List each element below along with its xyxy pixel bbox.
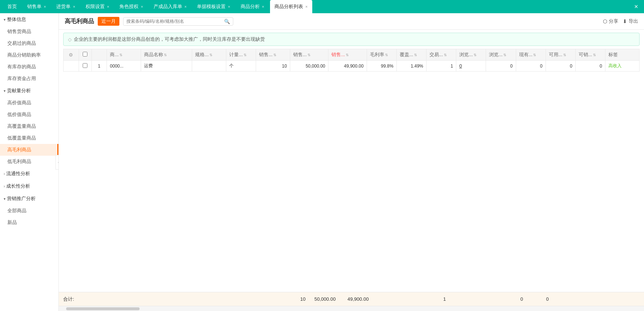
export-button[interactable]: ⬇ 导出 (623, 18, 638, 25)
sidebar-group-contribution[interactable]: ▾ 贡献量分析 (0, 84, 58, 97)
scrollbar-thumb[interactable] (66, 307, 140, 310)
sort-icon-gross-rate[interactable]: ⇅ (385, 53, 388, 57)
sidebar-group-growth[interactable]: › 成长性分析 (0, 180, 58, 192)
th-cover[interactable]: 覆盖... ⇅ (396, 49, 426, 61)
th-name[interactable]: 商品名称 ⇅ (141, 49, 192, 61)
nav-close-sales[interactable]: × (44, 4, 46, 9)
group-arrow-marketing: ▾ (4, 197, 6, 201)
row-checkbox[interactable] (79, 61, 91, 72)
row-browse1[interactable]: 0 (456, 61, 486, 72)
row-trade: 1 (427, 61, 456, 72)
nav-close-template[interactable]: × (228, 4, 230, 9)
sort-icon-name[interactable]: ⇅ (164, 53, 167, 57)
footer-sales-cost: 49,900.00 (339, 296, 372, 302)
sort-icon-browse2[interactable]: ⇅ (503, 53, 506, 57)
sort-icon-spec[interactable]: ⇅ (209, 53, 212, 57)
th-trade[interactable]: 交易... ⇅ (427, 49, 456, 61)
th-sales-cost[interactable]: 销售... ⇅ (328, 49, 367, 61)
sidebar-item-low-margin[interactable]: 低毛利商品 (0, 156, 58, 167)
sidebar-item-in-stock[interactable]: 有库存的商品 (0, 61, 58, 73)
sidebar-group-marketing[interactable]: ▾ 营销推广分析 (0, 192, 58, 205)
nav-item-purchase[interactable]: 进货单 × (52, 0, 79, 13)
nav-item-analysis-list[interactable]: 商品分析列表 × (270, 0, 312, 13)
nav-item-home[interactable]: 首页 (3, 0, 21, 13)
search-icon[interactable]: 🔍 (224, 19, 230, 24)
row-name[interactable]: 运费 (141, 61, 192, 72)
th-sell[interactable]: 可销... ⇅ (575, 49, 605, 61)
group-arrow-overview: ▾ (4, 18, 6, 22)
th-settings[interactable]: ⚙ (64, 49, 79, 61)
sidebar-group-circulation[interactable]: › 流通性分析 (0, 167, 58, 180)
nav-item-template[interactable]: 单据模板设置 × (193, 0, 234, 13)
th-spec[interactable]: 规格... ⇅ (192, 49, 226, 61)
search-box[interactable]: 🔍 (123, 17, 233, 26)
th-browse1[interactable]: 浏览... ⇅ (456, 49, 486, 61)
nav-item-role[interactable]: 角色授权 × (115, 0, 147, 13)
info-banner: ◇ 企业的主要的利润都是这部分商品创造的，可考虑加大推广，同时关注库存是不要出现… (63, 33, 640, 46)
sort-icon-browse1[interactable]: ⇅ (474, 53, 476, 57)
sort-icon-avail[interactable]: ⇅ (563, 53, 566, 57)
sidebar-group-label-overview: 整体信息 (7, 16, 26, 23)
horizontal-scrollbar[interactable] (59, 306, 644, 311)
share-icon: ⬡ (603, 18, 607, 24)
share-button[interactable]: ⬡ 分享 (603, 18, 618, 25)
nav-item-permission[interactable]: 权限设置 × (81, 0, 114, 13)
th-sales-qty[interactable]: 销售... ⇅ (256, 49, 290, 61)
nav-label-inbound: 产成品入库单 (154, 3, 182, 10)
sidebar-item-all-goods[interactable]: 全部商品 (0, 205, 58, 217)
th-browse2[interactable]: 浏览... ⇅ (486, 49, 516, 61)
sidebar-item-high-coverage[interactable]: 高覆盖量商品 (0, 120, 58, 132)
nav-item-inbound[interactable]: 产成品入库单 × (149, 0, 191, 13)
sidebar-item-high-margin[interactable]: 高毛利商品 (0, 144, 58, 156)
sort-icon-unit[interactable]: ⇅ (244, 53, 247, 57)
filter-label: 近一月 (101, 18, 116, 24)
sidebar-item-low-value[interactable]: 低价值商品 (0, 109, 58, 120)
sort-icon-code[interactable]: ⇅ (119, 53, 122, 57)
nav-close-permission[interactable]: × (107, 4, 109, 9)
export-icon: ⬇ (623, 18, 627, 24)
window-close-button[interactable]: × (631, 3, 641, 11)
sidebar-item-traded-goods[interactable]: 交易过的商品 (0, 37, 58, 49)
info-text: 企业的主要的利润都是这部分商品创造的，可考虑加大推广，同时关注库存是不要出现缺货 (74, 36, 265, 43)
sort-icon-sell[interactable]: ⇅ (593, 53, 596, 57)
row-select-checkbox[interactable] (83, 63, 87, 68)
th-gross-rate[interactable]: 毛利率 ⇅ (367, 49, 396, 61)
th-code[interactable]: 商... ⇅ (107, 49, 141, 61)
nav-label-purchase: 进货单 (56, 3, 71, 10)
sort-icon-sales-qty[interactable]: ⇅ (273, 53, 276, 57)
settings-icon[interactable]: ⚙ (69, 52, 73, 58)
th-stock[interactable]: 现有... ⇅ (516, 49, 546, 61)
row-sell: 0 (575, 61, 605, 72)
nav-close-analysis[interactable]: × (262, 4, 264, 9)
sort-icon-cover[interactable]: ⇅ (414, 53, 417, 57)
sidebar-item-high-value[interactable]: 高价值商品 (0, 97, 58, 109)
row-code[interactable]: 0000... (107, 61, 141, 72)
th-unit[interactable]: 计量... ⇅ (226, 49, 256, 61)
sidebar-item-new-goods[interactable]: 新品 (0, 217, 58, 228)
nav-close-analysis-list[interactable]: × (305, 4, 307, 9)
nav-close-role[interactable]: × (141, 4, 143, 9)
nav-close-purchase[interactable]: × (73, 4, 75, 9)
sort-icon-stock[interactable]: ⇅ (533, 53, 536, 57)
th-sales-amt[interactable]: 销售... ⇅ (290, 49, 328, 61)
footer-sales-amt: 50,000.00 (306, 296, 339, 302)
sidebar-item-stock-capital[interactable]: 库存资金占用 (0, 73, 58, 84)
th-avail[interactable]: 可用... ⇅ (546, 49, 575, 61)
sort-icon-sales-cost[interactable]: ⇅ (346, 53, 349, 57)
nav-close-inbound[interactable]: × (184, 4, 187, 9)
select-all-checkbox[interactable] (83, 52, 87, 57)
footer-bar: 合计: 10 50,000.00 49,900.00 1 0 0 (59, 292, 644, 306)
th-checkbox[interactable] (79, 49, 91, 61)
search-input[interactable] (126, 19, 223, 24)
sidebar-item-distribution-rate[interactable]: 商品分销助购率 (0, 49, 58, 61)
sidebar-item-sales-goods[interactable]: 销售货商品 (0, 26, 58, 37)
row-sales-qty: 10 (256, 61, 290, 72)
sidebar-group-overview[interactable]: ▾ 整体信息 (0, 13, 58, 26)
nav-item-analysis[interactable]: 商品分析 × (236, 0, 269, 13)
nav-item-sales[interactable]: 销售单 × (23, 0, 50, 13)
sidebar-collapse-button[interactable]: « (55, 155, 59, 170)
filter-recent-month-button[interactable]: 近一月 (98, 17, 119, 26)
sidebar-item-low-coverage[interactable]: 低覆盖量商品 (0, 132, 58, 144)
sort-icon-trade[interactable]: ⇅ (444, 53, 447, 57)
sort-icon-sales-amt[interactable]: ⇅ (307, 53, 310, 57)
